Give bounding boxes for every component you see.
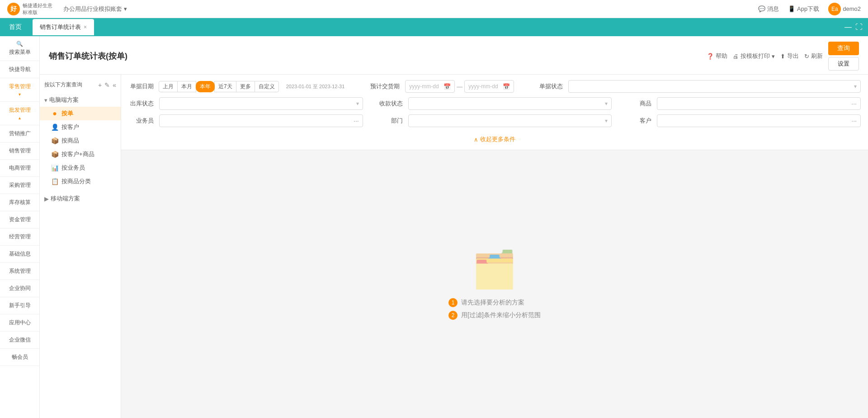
scheme-by-category[interactable]: 📋 按商品分类 <box>40 175 121 188</box>
tab-bar-right: — ⛶ <box>844 23 868 31</box>
date-from-field: yyyy-mm-dd 📅 — yyyy-mm-dd 📅 <box>405 80 514 93</box>
left-panel: 按以下方案查询 + ✎ « ▾ 电脑端方案 ● 按单 <box>40 75 121 418</box>
section-arrow-icon: ▾ <box>44 97 47 104</box>
date-tab-custom[interactable]: 自定义 <box>255 81 279 92</box>
sidebar-item-purchase[interactable]: 采购管理 <box>0 177 39 194</box>
collapse-row[interactable]: ∧ 收起更多条件 <box>128 132 861 144</box>
tab-active[interactable]: 销售订单统计表 × <box>33 19 94 35</box>
date-from-input[interactable]: yyyy-mm-dd 📅 <box>405 80 455 93</box>
scheme-by-goods[interactable]: 📦 按商品 <box>40 134 121 147</box>
sidebar-item-appcenter[interactable]: 应用中心 <box>0 314 39 332</box>
mobile-section: ▶ 移动端方案 <box>40 190 121 207</box>
scheme-by-customer-goods[interactable]: 📦 按客户+商品 <box>40 147 121 161</box>
main-layout: 🔍 搜索菜单 快捷导航 零售管理 ▾ 批发管理 ▴ 营销推广 销售管理 电商管理… <box>0 36 868 418</box>
salesman-more-dots[interactable]: ··· <box>354 117 359 124</box>
customer-select[interactable]: ··· <box>657 114 861 127</box>
close-tab-button[interactable]: × <box>84 24 87 30</box>
logo-icon: 好 <box>7 3 20 15</box>
customer-more-dots[interactable]: ··· <box>851 117 857 124</box>
date-tab-last-month[interactable]: 上月 <box>159 81 178 92</box>
salesman-select[interactable]: ··· <box>159 114 363 127</box>
content-area: 销售订单统计表(按单) ❓ 帮助 🖨 按模板打印 ▾ ⬆ 导出 ↻ 刷新 <box>40 36 868 418</box>
sidebar-item-finance[interactable]: 资金管理 <box>0 211 39 228</box>
user-area[interactable]: Ea demo2 <box>828 3 861 15</box>
chevron-down-icon: ▾ <box>124 5 127 12</box>
app-selector[interactable]: 办公用品行业模拟账套 ▾ <box>63 5 127 13</box>
print-icon: 🖨 <box>733 53 739 60</box>
message-button[interactable]: 💬 消息 <box>758 5 779 13</box>
filter-area: 单据日期 上月 本月 本年 近7天 更多 自定义 2023-01-01 至 20… <box>121 75 868 150</box>
empty-illustration: 🗂️ <box>472 248 517 291</box>
dept-chevron-icon: ▾ <box>605 118 608 124</box>
status-chevron-icon: ▾ <box>854 83 857 90</box>
pc-section: ▾ 电脑端方案 ● 按单 👤 按客户 📦 按商品 <box>40 91 121 190</box>
sidebar-item-ecommerce[interactable]: 电商管理 <box>0 160 39 177</box>
sidebar-item-sales[interactable]: 销售管理 <box>0 142 39 160</box>
empty-state: 🗂️ 1 请先选择要分析的方案 2 用[过滤]条件来缩小分析范围 <box>121 150 868 418</box>
top-bar-left: 好 畅捷通好生意 标准版 办公用品行业模拟账套 ▾ <box>7 2 127 15</box>
refresh-icon: ↻ <box>804 53 809 60</box>
sidebar-item-enterprise[interactable]: 企业协同 <box>0 280 39 297</box>
sidebar-item-member[interactable]: 畅会员 <box>0 349 39 366</box>
goods-label: 商品 <box>626 100 651 108</box>
ship-status-select[interactable]: ▾ <box>159 97 363 110</box>
chevron-up-icon: ▴ <box>19 115 21 120</box>
ship-chevron-icon: ▾ <box>356 100 359 107</box>
sidebar-search[interactable]: 🔍 搜索菜单 <box>0 36 39 61</box>
scheme-by-salesman[interactable]: 📊 按业务员 <box>40 161 121 175</box>
mobile-section-header[interactable]: ▶ 移动端方案 <box>40 192 121 205</box>
dept-select[interactable]: ▾ <box>408 114 612 127</box>
sidebar-item-inventory[interactable]: 库存核算 <box>0 194 39 211</box>
export-icon: ⬆ <box>780 53 785 60</box>
customer-label: 客户 <box>626 117 651 125</box>
scheme-by-order[interactable]: ● 按单 <box>40 107 121 120</box>
right-content: 单据日期 上月 本月 本年 近7天 更多 自定义 2023-01-01 至 20… <box>121 75 868 418</box>
status-select[interactable]: ▾ <box>568 80 861 93</box>
order-icon: ● <box>51 109 59 118</box>
scheme-by-customer[interactable]: 👤 按客户 <box>40 120 121 134</box>
settings-button[interactable]: 设置 <box>828 57 859 71</box>
date-to-input[interactable]: yyyy-mm-dd 📅 <box>464 80 514 93</box>
calendar-from-icon: 📅 <box>443 83 451 90</box>
receipt-status-select[interactable]: ▾ <box>408 97 612 110</box>
maximize-icon[interactable]: ⛶ <box>855 23 863 31</box>
help-button[interactable]: ❓ 帮助 <box>707 52 727 60</box>
date-tab-more[interactable]: 更多 <box>236 81 255 92</box>
customer-icon: 👤 <box>51 124 59 131</box>
salesman-label: 业务员 <box>128 117 154 125</box>
pc-section-header[interactable]: ▾ 电脑端方案 <box>40 93 121 107</box>
tab-home[interactable]: 首页 <box>0 18 31 36</box>
app-download-button[interactable]: 📱 App下载 <box>788 5 819 13</box>
logo-text: 畅捷通好生意 标准版 <box>23 2 52 15</box>
page-title: 销售订单统计表(按单) <box>49 51 127 62</box>
sidebar-item-basics[interactable]: 基础信息 <box>0 246 39 263</box>
sidebar-item-retail[interactable]: 零售管理 ▾ <box>0 78 39 102</box>
export-button[interactable]: ⬆ 导出 <box>780 52 799 60</box>
sidebar-item-system[interactable]: 系统管理 <box>0 263 39 280</box>
date-tab-this-month[interactable]: 本月 <box>177 81 196 92</box>
chevron-down-icon: ▾ <box>772 53 775 60</box>
add-scheme-button[interactable]: + <box>98 81 102 89</box>
customer-goods-icon: 📦 <box>51 151 59 158</box>
date-tab-7days[interactable]: 近7天 <box>214 81 236 92</box>
sidebar: 🔍 搜索菜单 快捷导航 零售管理 ▾ 批发管理 ▴ 营销推广 销售管理 电商管理… <box>0 36 40 418</box>
date-tab-this-year[interactable]: 本年 <box>196 81 215 92</box>
query-button[interactable]: 查询 <box>828 42 859 55</box>
left-panel-header-icons: + ✎ « <box>98 81 116 89</box>
goods-select[interactable]: ··· <box>657 97 861 110</box>
sidebar-item-marketing[interactable]: 营销推广 <box>0 125 39 142</box>
collapse-panel-button[interactable]: « <box>113 81 116 89</box>
goods-more-dots[interactable]: ··· <box>851 100 857 107</box>
sidebar-item-wholesale[interactable]: 批发管理 ▴ <box>0 102 39 125</box>
edit-scheme-button[interactable]: ✎ <box>104 81 110 89</box>
sidebar-item-wechat[interactable]: 企业微信 <box>0 332 39 349</box>
template-print-button[interactable]: 🖨 按模板打印 ▾ <box>733 52 775 60</box>
sidebar-item-newuser[interactable]: 新手引导 <box>0 297 39 314</box>
empty-hint-1: 1 请先选择要分析的方案 <box>448 298 541 307</box>
sidebar-quick-nav[interactable]: 快捷导航 <box>0 61 39 78</box>
refresh-button[interactable]: ↻ 刷新 <box>804 52 823 60</box>
avatar: Ea <box>828 3 841 15</box>
chevron-down-icon: ▾ <box>19 92 21 97</box>
minimize-icon[interactable]: — <box>844 23 852 31</box>
sidebar-item-operations[interactable]: 经营管理 <box>0 228 39 246</box>
